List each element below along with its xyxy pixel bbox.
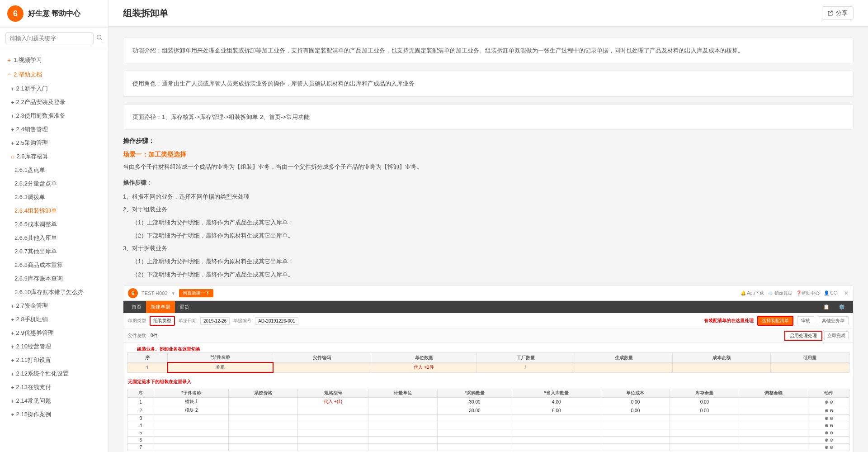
sidebar: 6 好生意 帮助中心 + 1.视频学习 − 2.帮助文档 <box>0 0 108 452</box>
th-avail-qty: 可用量 <box>770 353 849 363</box>
inner-logo: 6 <box>128 288 138 298</box>
sidebar-item-sales[interactable]: + 2.4销售管理 <box>0 123 108 136</box>
expand-icon-customize: + <box>11 371 14 377</box>
sidebar-item-stocktake[interactable]: 2.6.1盘点单 <box>0 163 108 177</box>
th-seq: 序 <box>127 353 168 363</box>
expand-icon-mobile: + <box>11 316 14 323</box>
svg-line-1 <box>101 39 103 41</box>
inner-topbar-icons: 🔔 App下载 ☁️ 初始数据 ❓帮助中心 👤 CC <box>741 290 837 296</box>
nav-group-label-helpdocs: 2.帮助文档 <box>14 71 42 79</box>
content-area: 功能介绍：组装拆卸单用来处理企业组装或拆卸等加工业务，支持有固定装配清单的产品加… <box>108 27 868 452</box>
share-button[interactable]: 分享 <box>822 6 854 20</box>
sidebar-item-customize[interactable]: + 2.12系统个性化设置 <box>0 367 108 381</box>
nav-sub-helpdocs: + 2.1新手入门 + 2.2产品安装及登录 + 2.3使用前数据准备 + 2.… <box>0 82 108 421</box>
inner-nav-newdoc[interactable]: 新建单据 <box>146 301 175 313</box>
expand-icon-online-pay: + <box>11 384 14 391</box>
inner-nav-icon1[interactable]: 📋 <box>819 301 834 313</box>
sidebar-item-mobile[interactable]: + 2.8手机旺铺 <box>0 313 108 326</box>
expand-icon-sales: + <box>11 126 14 133</box>
scene1-title: 场景一：加工类型选择 <box>123 151 854 159</box>
sidebar-item-inventory[interactable]: ○ 2.6库存核算 <box>0 150 108 163</box>
inner-nav-home[interactable]: 首页 <box>127 301 146 313</box>
expand-icon-install: + <box>11 99 14 106</box>
step-3: 3、对于拆装业务 <box>123 243 854 254</box>
ops-title: 操作步骤： <box>123 137 854 145</box>
expand-icon-purchase: + <box>11 140 14 147</box>
sidebar-item-cost-recalc[interactable]: 2.6.8商品成本重算 <box>0 258 108 272</box>
annotation-freeform: 无固定流水下的组装在这里录入 <box>128 379 191 384</box>
sidebar-item-assembly[interactable]: 2.6.4组装拆卸单 <box>0 204 108 218</box>
inner-new-btn[interactable]: 闲置新建一下 <box>179 289 213 297</box>
sidebar-item-online-pay[interactable]: + 2.13在线支付 <box>0 381 108 394</box>
nav-group-label-videos: 1.视频学习 <box>14 56 42 64</box>
table-row: 3⊕ ⊖ <box>127 415 849 422</box>
expand-icon-helpdocs: − <box>7 71 11 78</box>
expand-icon-newuser: + <box>11 86 14 92</box>
table-row: 2 模块 2 30.00 6.00 0.00 0.00 <box>127 406 849 415</box>
inner-close-icon[interactable]: ✕ <box>844 290 849 296</box>
sidebar-item-cost-adjust[interactable]: 2.6.5成本调整单 <box>0 218 108 231</box>
sidebar-header: 6 好生意 帮助中心 <box>0 0 108 28</box>
inner-app-topbar: 6 TEST-H002 ▼ 闲置新建一下 🔔 App下载 ☁️ 初始数据 ❓帮助… <box>123 286 853 301</box>
table-row: 4⊕ ⊖ <box>127 422 849 429</box>
step-2-2: （2）下部明细为子件明细，最终作为原材料生成其它出库单。 <box>123 230 854 242</box>
th-gen-qty: 生成数量 <box>575 353 673 363</box>
table-row: 1 关系 代入 >1件 1 <box>127 362 849 372</box>
sidebar-item-inventory-query[interactable]: 2.6.9库存账本查询 <box>0 272 108 285</box>
annotation-bom: 有装配清单的在这里处理 <box>704 318 754 324</box>
search-icon[interactable] <box>96 34 103 42</box>
sidebar-item-biz-mgmt[interactable]: + 2.10经营管理 <box>0 340 108 353</box>
sidebar-item-newuser[interactable]: + 2.1新手入门 <box>0 82 108 95</box>
inner-select-bom-btn[interactable]: 选择装配清单 <box>757 316 793 326</box>
svg-point-0 <box>97 35 101 39</box>
scene1-steps-label: 操作步骤： <box>123 177 854 189</box>
ops-section: 操作步骤： 场景一：加工类型选择 当由多个子件材料组装成一个成品的业务为【组装】… <box>123 137 854 452</box>
search-input[interactable] <box>5 32 94 44</box>
expand-icon-cases: + <box>11 411 14 418</box>
sidebar-item-other-out[interactable]: 2.6.7其他出库单 <box>0 245 108 258</box>
sidebar-item-transfer[interactable]: 2.6.3调拨单 <box>0 190 108 204</box>
desc-text-3: 页面路径：1、库存核算->库存管理->组装拆卸单 2、首页->常用功能 <box>132 114 310 120</box>
inner-top-table-wrap: 序 *父件名称 父件编码 单位数量 工厂数量 生成数量 成本金额 可用量 <box>123 352 853 376</box>
inner-enable-btn[interactable]: 启用处理处理 <box>784 331 822 341</box>
inner-app-screenshot: 6 TEST-H002 ▼ 闲置新建一下 🔔 App下载 ☁️ 初始数据 ❓帮助… <box>123 285 854 452</box>
sidebar-item-install[interactable]: + 2.2产品安装及登录 <box>0 95 108 109</box>
sidebar-item-dataprep[interactable]: + 2.3使用前数据准备 <box>0 109 108 123</box>
step-1: 1、根据不同的业务，选择不同单据的类型来处理 <box>123 191 854 203</box>
th-parent-code: 父件编码 <box>273 353 371 363</box>
inner-audit-btn[interactable]: 审核 <box>797 316 814 325</box>
scene1-desc: 当由多个子件材料组装成一个成品的业务为【组装】业务，当由一个父件拆分成多个子产品… <box>123 162 854 173</box>
nav-group-title-videos[interactable]: + 1.视频学习 <box>0 53 108 67</box>
sidebar-item-purchase[interactable]: + 2.5采购管理 <box>0 136 108 150</box>
logo-icon: 6 <box>7 5 24 22</box>
inner-nav-return[interactable]: 退货 <box>175 301 194 313</box>
sidebar-item-partial-stocktake[interactable]: 2.6.2分量盘点单 <box>0 177 108 190</box>
inner-nav: 首页 新建单据 退货 📋 ⚙️ <box>123 301 853 313</box>
expand-icon-dataprep: + <box>11 113 14 119</box>
desc-section-2: 使用角色：通常由生产人员或库管人员完成拆装业务的操作，库管人员确认原材料的出库和… <box>123 71 854 96</box>
inner-secondary-row: 父件总数： 0件 启用处理处理 立即完成 <box>123 329 853 343</box>
th-unit-qty: 单位数量 <box>371 353 476 363</box>
sidebar-item-coupon[interactable]: + 2.9优惠券管理 <box>0 326 108 340</box>
annotation-toggle: 组装业务、拆卸业务在这里切换 <box>137 347 200 352</box>
sidebar-item-print[interactable]: + 2.11打印设置 <box>0 353 108 367</box>
desc-section-3: 页面路径：1、库存核算->库存管理->组装拆卸单 2、首页->常用功能 <box>123 104 854 130</box>
inner-confirm-btn[interactable]: 立即完成 <box>824 331 849 340</box>
expand-icon-faq: + <box>11 398 14 404</box>
sidebar-item-other-in[interactable]: 2.6.6其他入库单 <box>0 231 108 245</box>
sidebar-item-faq[interactable]: + 2.14常见问题 <box>0 394 108 408</box>
desc-text-2: 使用角色：通常由生产人员或库管人员完成拆装业务的操作，库管人员确认原材料的出库和… <box>132 80 415 87</box>
sidebar-item-finance[interactable]: + 2.7资金管理 <box>0 299 108 313</box>
sidebar-item-cases[interactable]: + 2.15操作案例 <box>0 408 108 421</box>
nav-group-videos: + 1.视频学习 <box>0 53 108 67</box>
nav-group-title-helpdocs[interactable]: − 2.帮助文档 <box>0 67 108 82</box>
step-3-1: （1）上部明细为父件明细，最终作为原材料生成其它出库单； <box>123 256 854 267</box>
th-cost-amt: 成本金额 <box>673 353 771 363</box>
inner-bot-table: 序 *子件名称 系统价格 规格型号 计量单位 *采购数量 *当入库数量 单位成本… <box>127 389 849 451</box>
inner-nav-icon2[interactable]: ⚙️ <box>834 301 849 313</box>
sidebar-item-inventory-fix[interactable]: 2.6.10库存账本错了怎么办 <box>0 285 108 299</box>
desc-section-1: 功能介绍：组装拆卸单用来处理企业组装或拆卸等加工业务，支持有固定装配清单的产品加… <box>123 38 854 63</box>
inner-other-btn[interactable]: 其他业务单 <box>818 316 849 325</box>
inner-top-id: TEST-H002 <box>142 290 167 296</box>
expand-icon-finance: + <box>11 303 14 309</box>
